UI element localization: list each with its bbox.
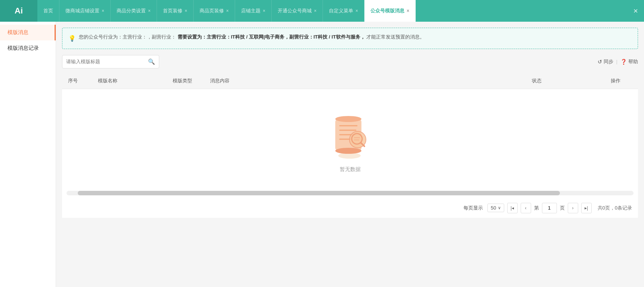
empty-text: 暂无数据 [340,166,361,173]
sync-icon: ↺ [598,59,602,65]
sidebar-item-template-message[interactable]: 模版消息 [0,25,56,40]
sync-button[interactable]: ↺ 同步 [598,58,613,65]
tab-custom-menu[interactable]: 自定义菜单 × [323,0,364,22]
th-content: 消息内容 [204,73,526,89]
table-container: 序号 模版名称 模版类型 消息内容 状态 操作 [62,73,638,218]
search-icon[interactable]: 🔍 [148,58,155,65]
main-content: 💡 您的公众号行业为：主营行业：，副营行业： 需要设置为：主营行业：IT科技 /… [56,22,644,287]
close-all-tabs[interactable]: ✕ [627,7,644,15]
close-tab-category-settings[interactable]: × [148,8,151,13]
page-unit: 页 [560,205,565,211]
close-tab-home-decor[interactable]: × [185,8,187,13]
layout: 模版消息 模版消息记录 💡 您的公众号行业为：主营行业：，副营行业： 需要设置为… [0,22,644,287]
tab-shop-settings[interactable]: 微商城店铺设置 × [59,0,111,22]
close-tab-open-mall[interactable]: × [314,8,317,13]
sidebar-item-template-record[interactable]: 模版消息记录 [0,40,56,56]
svg-point-3 [335,148,361,154]
scrollbar-thumb [78,191,560,195]
page-number-input[interactable] [542,203,557,213]
pagination: 每页显示 50 ∨ |◂ ‹ 第 页 › ▸| 共0页，0条记录 [62,198,638,218]
tab-bar: Ai 首页 微商城店铺设置 × 商品分类设置 × 首页装修 × 商品页装修 × … [0,0,644,22]
tab-home-decor[interactable]: 首页装修 × [157,0,194,22]
close-tab-shop-settings[interactable]: × [102,8,104,13]
tab-template-msg[interactable]: 公众号模版消息 × [364,0,416,22]
search-input[interactable] [66,59,148,64]
help-button[interactable]: ❓ 帮助 [620,58,638,65]
th-name: 模版名称 [92,73,167,89]
close-tab-product-decor[interactable]: × [226,8,229,13]
sync-help-area: ↺ 同步 | ❓ 帮助 [598,58,638,65]
total-info: 共0页，0条记录 [598,205,632,211]
empty-illustration [328,112,373,160]
th-type: 模版类型 [167,73,204,89]
close-tab-template-msg[interactable]: × [407,8,409,13]
tab-open-mall[interactable]: 开通公众号商城 × [272,0,323,22]
tab-home[interactable]: 首页 [37,0,59,22]
next-page-button[interactable]: › [568,203,578,213]
last-page-button[interactable]: ▸| [581,203,592,213]
empty-state: 暂无数据 [62,89,638,188]
table-header: 序号 模版名称 模版类型 消息内容 状态 操作 [62,73,638,89]
tab-category-settings[interactable]: 商品分类设置 × [111,0,157,22]
close-tab-shop-theme[interactable]: × [263,8,265,13]
search-bar: 🔍 ↺ 同步 | ❓ 帮助 [62,55,638,68]
th-seq: 序号 [62,73,92,89]
chevron-down-icon: ∨ [498,205,501,210]
first-page-button[interactable]: |◂ [507,203,518,213]
actions-divider: | [616,59,617,64]
tab-shop-theme[interactable]: 店铺主题 × [235,0,272,22]
close-tab-custom-menu[interactable]: × [355,8,358,13]
page-size-label: 每页显示 [463,205,483,211]
page-label: 第 [534,205,539,211]
tab-product-decor[interactable]: 商品页装修 × [194,0,235,22]
notice-box: 💡 您的公众号行业为：主营行业：，副营行业： 需要设置为：主营行业：IT科技 /… [62,28,638,49]
th-action: 操作 [593,73,638,89]
help-icon: ❓ [620,59,627,65]
sidebar: 模版消息 模版消息记录 [0,22,56,287]
page-size-select[interactable]: 50 ∨ [487,204,504,212]
notice-icon: 💡 [68,34,76,43]
logo: Ai [0,0,37,22]
svg-point-2 [335,116,361,122]
horizontal-scrollbar[interactable] [67,191,634,195]
th-status: 状态 [526,73,593,89]
search-input-wrap[interactable]: 🔍 [62,55,159,68]
prev-page-button[interactable]: ‹ [521,203,531,213]
